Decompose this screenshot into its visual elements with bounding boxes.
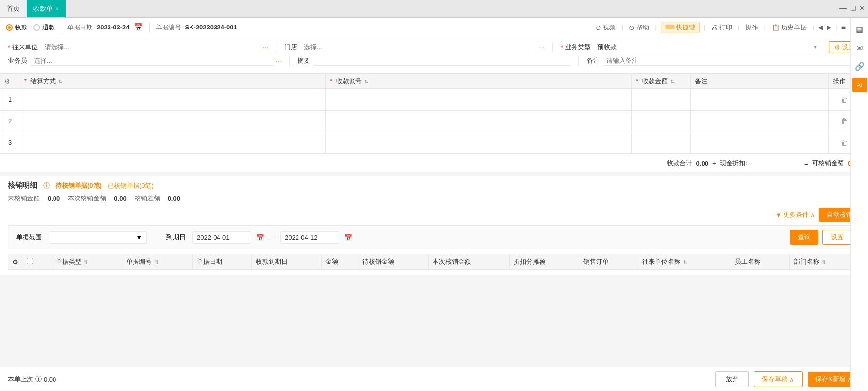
biz-type-field: * 业务类型 预收款 ▼ xyxy=(561,42,821,53)
col-remark-header: 备注 xyxy=(690,74,828,89)
col-current-b-header: 本次核销金额 xyxy=(428,254,509,270)
row1-delete-icon[interactable]: 🗑 xyxy=(841,96,848,104)
filter-row: 单据范围 ▼ 到期日 📅 — 📅 查询 设置 xyxy=(8,225,860,249)
row2-payment[interactable] xyxy=(20,111,326,132)
sidebar-mail-icon[interactable]: ✉ xyxy=(852,40,867,55)
plus-sign: + xyxy=(712,160,716,167)
video-icon: ⊙ xyxy=(596,24,601,31)
summary-field: 摘要 xyxy=(298,56,571,66)
counterpart-more-icon[interactable]: ··· xyxy=(262,43,268,51)
row3-payment[interactable] xyxy=(20,132,326,154)
tab-home[interactable]: 首页 xyxy=(0,0,27,17)
date-from-input[interactable] xyxy=(192,231,251,244)
save-draft-arrow: ∧ xyxy=(789,376,794,383)
col-payment-header: * 结算方式 ⇅ xyxy=(20,74,326,89)
divider-1 xyxy=(61,23,61,32)
cal-from-icon[interactable]: 📅 xyxy=(256,234,264,241)
row1-amount[interactable] xyxy=(631,89,690,111)
print-btn[interactable]: 🖨 打印 xyxy=(709,22,734,33)
query-btn[interactable]: 查询 xyxy=(790,230,818,245)
row1-remark[interactable] xyxy=(690,89,828,111)
divider-2 xyxy=(149,23,150,32)
row3-delete-icon[interactable]: 🗑 xyxy=(841,139,848,147)
store-more-icon[interactable]: ··· xyxy=(539,43,544,51)
close-icon[interactable]: × xyxy=(860,4,864,13)
list-icon[interactable]: ≡ xyxy=(841,23,846,32)
save-draft-btn[interactable]: 保存草稿 ∧ xyxy=(754,371,803,387)
select-all-checkbox[interactable] xyxy=(27,258,33,264)
bill-range-select[interactable]: ▼ xyxy=(49,231,147,244)
pending-tab[interactable]: 待核销单据(0笔) xyxy=(55,181,102,190)
sort-account-icon: ⇅ xyxy=(364,79,368,84)
staff-field: 业务员 ··· xyxy=(8,56,281,66)
help-btn[interactable]: ⊙ 帮助 xyxy=(627,22,651,33)
bottom-table: ⚙ 单据类型 ⇅ 单据编号 ⇅ xyxy=(8,254,860,270)
unverified-label: 未核销金额 xyxy=(8,194,40,203)
toolbar-right: ⊙ 视频 | ⊙ 帮助 | ⌨ 快捷键 | 🖨 打印 | xyxy=(594,22,862,33)
minimize-icon[interactable]: — xyxy=(839,4,847,13)
row1-account[interactable] xyxy=(326,89,631,111)
sort-amount-icon: ⇅ xyxy=(670,79,674,84)
shortcut-label: 快捷键 xyxy=(676,23,695,32)
radio-shoukuan[interactable]: 收款 xyxy=(6,23,27,32)
row2-amount[interactable] xyxy=(631,111,690,132)
unverified-value: 0.00 xyxy=(48,195,60,202)
row3-remark[interactable] xyxy=(690,132,828,154)
row2-delete-icon[interactable]: 🗑 xyxy=(841,117,848,125)
help-label: 帮助 xyxy=(636,23,649,32)
counterpart-input[interactable] xyxy=(42,42,260,52)
row3-account[interactable] xyxy=(326,132,631,154)
row2-remark[interactable] xyxy=(690,111,828,132)
bill-range-label: 单据范围 xyxy=(16,233,42,242)
sidebar-table-icon[interactable]: ▦ xyxy=(852,22,867,36)
calendar-icon[interactable]: 📅 xyxy=(134,23,143,32)
cash-discount-input[interactable] xyxy=(751,158,800,168)
sidebar-ai-icon[interactable]: Ai xyxy=(852,78,867,92)
this-bill-label: 本单上次 xyxy=(8,375,33,384)
total-label: 收款合计 xyxy=(667,159,692,168)
staff-label: 业务员 xyxy=(8,56,27,65)
more-conditions-btn[interactable]: ▼ 更多条件 ∧ xyxy=(775,210,815,219)
summary-input[interactable] xyxy=(314,56,571,66)
biz-type-value: 预收款 xyxy=(597,43,813,52)
row3-amount[interactable] xyxy=(631,132,690,154)
operation-btn[interactable]: 操作 xyxy=(743,22,760,33)
tab-bar: 首页 收款单 × — □ × xyxy=(0,0,868,18)
row1-payment[interactable] xyxy=(20,89,326,111)
sidebar-link-icon[interactable]: 🔗 xyxy=(852,59,867,74)
video-btn[interactable]: ⊙ 视频 xyxy=(594,22,618,33)
tab-home-label: 首页 xyxy=(7,4,20,13)
shortcut-icon: ⌨ xyxy=(665,24,675,31)
store-input[interactable] xyxy=(301,42,537,52)
radio-tuikuan[interactable]: 退款 xyxy=(33,23,55,32)
remark-input[interactable] xyxy=(603,56,860,66)
tab-current[interactable]: 收款单 × xyxy=(27,0,66,17)
shortcut-btn[interactable]: ⌨ 快捷键 xyxy=(661,22,700,33)
verify-info-icon[interactable]: ⓘ xyxy=(43,181,50,190)
staff-input[interactable] xyxy=(31,56,273,66)
filter-actions: 查询 设置 xyxy=(790,230,852,245)
settings-btn2[interactable]: 设置 xyxy=(822,230,852,245)
equals-sign: = xyxy=(804,160,808,167)
row2-account[interactable] xyxy=(326,111,631,132)
current-verify-label: 本次核销金额 xyxy=(68,194,106,203)
next-icon[interactable]: ▶ xyxy=(827,24,832,31)
footer: 本单上次 ⓘ 0.00 放弃 保存草稿 ∧ 保存&新增 ∧ xyxy=(0,367,868,391)
row-num-3: 3 xyxy=(0,132,20,154)
date-to-input[interactable] xyxy=(280,231,339,244)
required-star-1: * xyxy=(8,44,10,51)
done-tab[interactable]: 已核销单据(0笔) xyxy=(108,181,154,190)
row-num-1: 1 xyxy=(0,89,20,111)
table-settings-icon[interactable]: ⚙ xyxy=(4,78,10,85)
prev-icon[interactable]: ◀ xyxy=(818,24,823,31)
table-settings-icon2[interactable]: ⚙ xyxy=(12,258,18,266)
row-num-2: 2 xyxy=(0,111,20,132)
cal-to-icon[interactable]: 📅 xyxy=(344,234,352,241)
biz-type-select[interactable]: 预收款 ▼ xyxy=(595,42,821,53)
history-btn[interactable]: 📋 历史单据 xyxy=(770,22,809,33)
abandon-btn[interactable]: 放弃 xyxy=(715,371,749,387)
staff-more-icon[interactable]: ··· xyxy=(275,57,281,65)
col-amount-b-header: 金额 xyxy=(322,254,358,270)
close-tab-icon[interactable]: × xyxy=(55,5,59,12)
maximize-icon[interactable]: □ xyxy=(851,4,856,13)
